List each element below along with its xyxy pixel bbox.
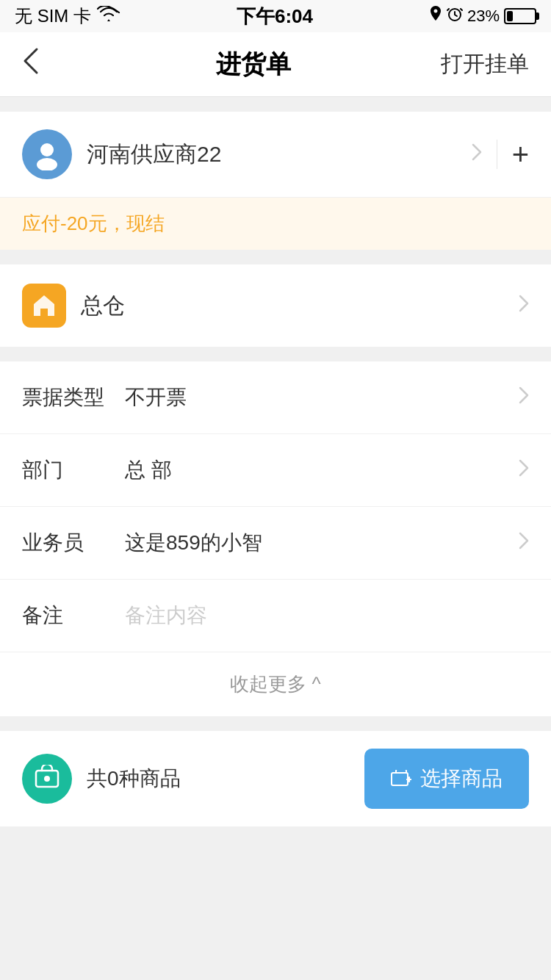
form-section: 票据类型 不开票 部门 总 部 业务员 这是859的小智 备注 备注内容 <box>0 361 551 652</box>
warehouse-icon <box>22 284 66 328</box>
back-button[interactable] <box>22 46 66 82</box>
supplier-avatar <box>22 129 72 179</box>
main-content: 河南供应商22 + 应付-20元，现结 总仓 票据类型 <box>0 112 551 980</box>
supplier-chevron-icon <box>472 143 482 166</box>
status-time: 下午6:04 <box>237 4 313 29</box>
collapse-button[interactable]: 收起更多 ^ <box>0 652 551 716</box>
nav-bar: 进货单 打开挂单 <box>0 32 551 97</box>
battery-percent: 23% <box>467 7 500 26</box>
invoice-type-value: 不开票 <box>110 383 519 411</box>
warehouse-chevron-icon <box>519 294 529 317</box>
invoice-type-label: 票据类型 <box>22 383 110 411</box>
page-title: 进货单 <box>216 48 291 82</box>
salesperson-label: 业务员 <box>22 529 110 557</box>
remark-label: 备注 <box>22 602 110 630</box>
divider <box>497 140 497 169</box>
department-label: 部门 <box>22 456 110 484</box>
invoice-type-row[interactable]: 票据类型 不开票 <box>0 361 551 434</box>
svg-rect-3 <box>40 309 48 316</box>
supplier-row[interactable]: 河南供应商22 + <box>0 112 551 198</box>
warehouse-section: 总仓 <box>0 264 551 347</box>
department-value: 总 部 <box>110 456 519 484</box>
bottom-bar: 共0种商品 选择商品 <box>0 731 551 826</box>
open-pending-button[interactable]: 打开挂单 <box>441 49 529 79</box>
svg-point-5 <box>44 776 50 782</box>
add-supplier-button[interactable]: + <box>512 138 529 171</box>
product-count: 共0种商品 <box>87 765 350 793</box>
invoice-type-chevron-icon <box>519 386 529 409</box>
select-product-label: 选择商品 <box>420 765 503 793</box>
status-left: 无 SIM 卡 <box>15 4 120 28</box>
salesperson-row[interactable]: 业务员 这是859的小智 <box>0 507 551 580</box>
select-product-button[interactable]: 选择商品 <box>364 749 529 809</box>
status-bar: 无 SIM 卡 下午6:04 23% <box>0 0 551 32</box>
salesperson-chevron-icon <box>519 531 529 555</box>
svg-point-2 <box>37 158 57 170</box>
department-chevron-icon <box>519 458 529 482</box>
salesperson-value: 这是859的小智 <box>110 529 519 557</box>
product-icon <box>22 754 72 804</box>
warehouse-row[interactable]: 总仓 <box>0 264 551 347</box>
wifi-icon <box>97 6 120 26</box>
notice-bar: 应付-20元，现结 <box>0 198 551 250</box>
svg-rect-6 <box>392 773 408 785</box>
supplier-section: 河南供应商22 + 应付-20元，现结 <box>0 112 551 250</box>
svg-point-1 <box>40 143 54 156</box>
alarm-icon <box>447 6 463 26</box>
battery-icon <box>504 8 536 24</box>
bottom-gray-area <box>0 826 551 980</box>
status-right: 23% <box>429 6 536 26</box>
remark-row[interactable]: 备注 备注内容 <box>0 580 551 652</box>
department-row[interactable]: 部门 总 部 <box>0 434 551 507</box>
location-icon <box>429 6 442 26</box>
remark-input[interactable]: 备注内容 <box>110 602 529 630</box>
carrier-text: 无 SIM 卡 <box>15 4 91 28</box>
warehouse-name: 总仓 <box>81 291 519 321</box>
supplier-name: 河南供应商22 <box>87 140 472 170</box>
